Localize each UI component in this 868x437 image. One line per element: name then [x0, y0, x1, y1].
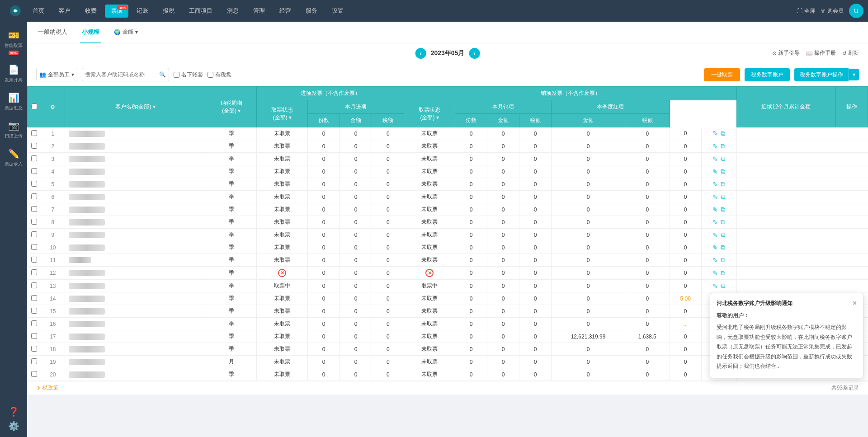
- select-all-checkbox[interactable]: [31, 103, 37, 109]
- row-checkbox[interactable]: [31, 130, 37, 136]
- out-count: 0: [470, 169, 473, 175]
- notification-close-button[interactable]: ×: [853, 300, 857, 307]
- sidebar-invoice-entry[interactable]: ✏️ 票据录入: [0, 144, 27, 172]
- row-checkbox[interactable]: [31, 269, 37, 275]
- nav-tax[interactable]: 报税: [156, 4, 181, 18]
- in-tax-cell: 0: [372, 254, 404, 267]
- edit-icon[interactable]: ✎: [712, 143, 718, 150]
- row-checkbox[interactable]: [31, 143, 37, 149]
- out-tax-cell: 0: [519, 229, 552, 241]
- nav-message[interactable]: 消息: [221, 4, 245, 18]
- customer-name-blurred: [69, 283, 105, 289]
- date-next-button[interactable]: ›: [469, 48, 480, 59]
- th-in-status: 取票状态(全部) ▾: [257, 100, 308, 127]
- sidebar-scan-upload[interactable]: 📷 扫描上传: [0, 116, 27, 144]
- edit-icon[interactable]: ✎: [712, 231, 718, 239]
- onekey-ticket-button[interactable]: 一键取票: [704, 68, 740, 81]
- sidebar-invoice-summary[interactable]: 📊 票据汇总: [0, 88, 27, 116]
- row-checkbox[interactable]: [31, 282, 37, 288]
- red-tax: 0: [646, 371, 649, 378]
- out-count-cell: 0: [455, 127, 487, 140]
- nav-invoice[interactable]: 票据 new: [105, 5, 128, 18]
- red-tax-cell: 0: [625, 229, 670, 241]
- row-checkbox[interactable]: [31, 333, 37, 339]
- row-checkbox[interactable]: [31, 257, 37, 263]
- edit-icon[interactable]: ✎: [712, 257, 718, 264]
- edit-icon[interactable]: ✎: [712, 181, 718, 188]
- copy-icon[interactable]: ⧉: [721, 206, 725, 213]
- sidebar-smart-ticket[interactable]: 🎫 智能取票 new: [0, 25, 27, 60]
- search-icon[interactable]: 🔍: [159, 71, 166, 78]
- row-checkbox[interactable]: [31, 244, 37, 250]
- copy-icon[interactable]: ⧉: [721, 218, 725, 226]
- tax-disk-checkbox[interactable]: 有税盘: [208, 71, 231, 79]
- row-checkbox[interactable]: [31, 358, 37, 364]
- copy-icon[interactable]: ⧉: [721, 168, 725, 175]
- subnav-small-scale[interactable]: 小规模: [80, 22, 101, 43]
- nav-home[interactable]: 首页: [26, 4, 51, 18]
- row-checkbox[interactable]: [31, 320, 37, 326]
- tax-digital-op-arrow[interactable]: ▾: [849, 69, 859, 80]
- nav-settings[interactable]: 设置: [326, 4, 350, 18]
- tax-digital-op-main[interactable]: 税务数字账户操作: [794, 68, 849, 81]
- manual-btn[interactable]: 📖 操作手册: [806, 49, 836, 57]
- nav-accounting[interactable]: 记账: [130, 4, 155, 18]
- settings-icon[interactable]: ⚙️: [8, 421, 19, 432]
- tax-policy-link[interactable]: ⊙ 税政策: [36, 384, 58, 392]
- nav-service[interactable]: 服务: [299, 4, 324, 18]
- nav-customer[interactable]: 客户: [52, 4, 77, 18]
- edit-icon[interactable]: ✎: [712, 282, 718, 290]
- red-tax: 0: [646, 346, 649, 352]
- date-prev-button[interactable]: ‹: [415, 48, 426, 59]
- in-amount-cell: 0: [340, 292, 372, 305]
- red-amount-cell: 0: [552, 127, 625, 140]
- copy-icon[interactable]: ⧉: [721, 130, 725, 137]
- copy-icon[interactable]: ⧉: [721, 155, 725, 163]
- row-checkbox[interactable]: [31, 346, 37, 352]
- edit-icon[interactable]: ✎: [712, 269, 718, 277]
- copy-icon[interactable]: ⧉: [721, 269, 725, 277]
- copy-icon[interactable]: ⧉: [721, 193, 725, 201]
- row-checkbox[interactable]: [31, 295, 37, 301]
- edit-icon[interactable]: ✎: [712, 206, 718, 213]
- search-input[interactable]: [85, 71, 157, 78]
- row-checkbox[interactable]: [31, 219, 37, 225]
- subnav-all[interactable]: 🌍 全能 ▾: [112, 22, 140, 43]
- edit-icon[interactable]: ✎: [712, 168, 718, 175]
- edit-icon[interactable]: ✎: [712, 155, 718, 163]
- row-checkbox[interactable]: [31, 155, 37, 161]
- copy-icon[interactable]: ⧉: [721, 180, 725, 188]
- row-number-cell: 3: [41, 153, 65, 165]
- fullscreen-btn[interactable]: ⛶ 全屏: [797, 7, 815, 15]
- refresh-btn[interactable]: ↺ 刷新: [842, 49, 859, 57]
- row-checkbox[interactable]: [31, 206, 37, 212]
- copy-icon[interactable]: ⧉: [721, 256, 725, 264]
- edit-icon[interactable]: ✎: [712, 219, 718, 226]
- row-checkbox[interactable]: [31, 371, 37, 377]
- row-checkbox[interactable]: [31, 168, 37, 174]
- row-checkbox[interactable]: [31, 193, 37, 199]
- copy-icon[interactable]: ⧉: [721, 282, 725, 290]
- row-checkbox[interactable]: [31, 308, 37, 314]
- help-icon[interactable]: ❓: [8, 406, 19, 417]
- avatar[interactable]: U: [849, 4, 863, 18]
- nav-business2[interactable]: 经营: [273, 4, 297, 18]
- nav-business[interactable]: 工商项目: [183, 4, 219, 18]
- new-guide-btn[interactable]: ⊙ 新手引导: [772, 49, 800, 57]
- edit-icon[interactable]: ✎: [712, 244, 718, 251]
- tax-digital-account-button[interactable]: 税务数字账户: [745, 68, 790, 81]
- row-checkbox[interactable]: [31, 181, 37, 187]
- sidebar-invoice-issue[interactable]: 📄 发票开具: [0, 60, 27, 88]
- edit-icon[interactable]: ✎: [712, 130, 718, 137]
- copy-icon[interactable]: ⧉: [721, 231, 725, 239]
- member-btn[interactable]: ♛ 购会员: [821, 7, 844, 15]
- subnav-general-taxpayer[interactable]: 一般纳税人: [36, 22, 69, 43]
- copy-icon[interactable]: ⧉: [721, 244, 725, 251]
- nav-manage[interactable]: 管理: [247, 4, 271, 18]
- nav-fee[interactable]: 收费: [79, 4, 103, 18]
- copy-icon[interactable]: ⧉: [721, 142, 725, 150]
- row-checkbox[interactable]: [31, 231, 37, 237]
- edit-icon[interactable]: ✎: [712, 193, 718, 201]
- employee-select[interactable]: 👥 全部员工 ▾: [36, 68, 77, 81]
- sub-account-checkbox[interactable]: 名下账套: [174, 71, 203, 79]
